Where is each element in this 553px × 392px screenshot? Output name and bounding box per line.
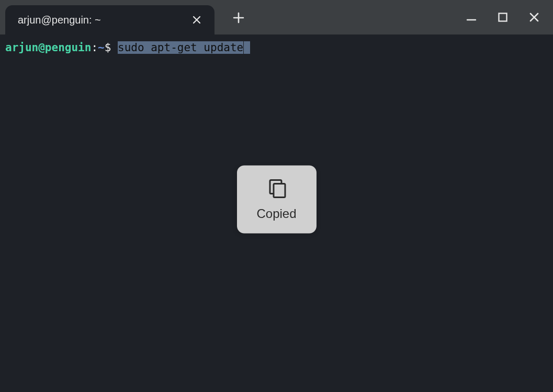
svg-rect-2 [274,184,285,198]
maximize-button[interactable] [494,9,511,26]
prompt-symbol: $ [105,41,111,54]
close-tab-icon[interactable] [189,13,204,27]
copy-icon [265,177,288,200]
close-window-button[interactable] [526,9,543,26]
new-tab-button[interactable] [229,8,248,27]
prompt-path: ~ [98,41,105,54]
title-bar: arjun@penguin: ~ [0,0,553,34]
minimize-button[interactable] [463,9,480,26]
window-controls [463,0,553,34]
prompt-user-host: arjun@penguin [5,41,91,54]
tab-terminal[interactable]: arjun@penguin: ~ [5,5,215,34]
toast-label: Copied [256,206,296,221]
tab-title: arjun@penguin: ~ [18,14,101,26]
cursor-icon [244,41,250,54]
prompt-colon: : [91,41,98,54]
terminal-body[interactable]: arjun@penguin:~$ sudo apt-get update [0,34,553,61]
copied-toast: Copied [236,166,316,234]
selected-command-text: sudo apt-get update [118,41,243,54]
svg-rect-0 [499,14,507,21]
